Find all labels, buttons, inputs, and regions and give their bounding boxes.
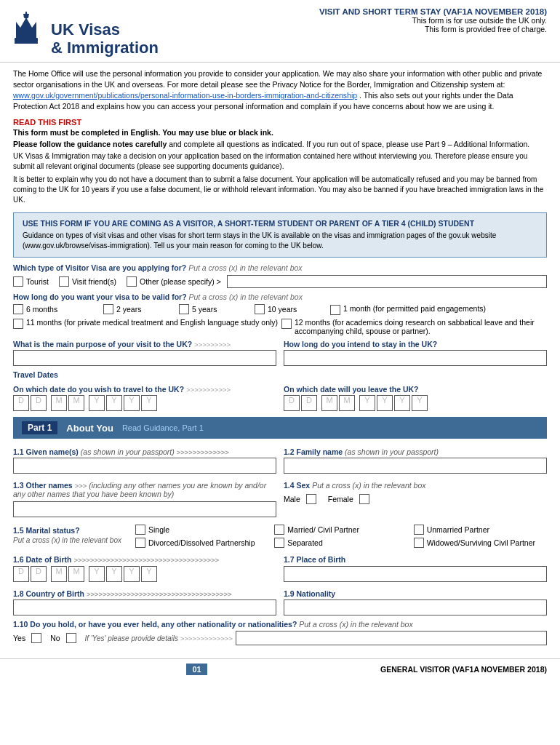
- leave-y3[interactable]: Y: [394, 395, 410, 411]
- f1-row2: 1.3 Other names >>> (including any other…: [13, 477, 547, 517]
- page-number: 01: [186, 664, 207, 675]
- f1-8-label: 1.8 Country of Birth >>>>>>>>>>>>>>>>>>>…: [13, 589, 276, 598]
- 10years-option[interactable]: 10 years: [255, 304, 327, 314]
- divorced-checkbox[interactable]: [135, 538, 145, 548]
- single-checkbox[interactable]: [135, 525, 145, 535]
- widowed-option[interactable]: Widowed/Surviving Civil Partner: [414, 538, 547, 548]
- yes-option[interactable]: Yes: [13, 633, 41, 643]
- travel-y4[interactable]: Y: [141, 395, 157, 411]
- visit-friends-option[interactable]: Visit friend(s): [59, 276, 116, 287]
- f1-3-input[interactable]: [13, 501, 276, 517]
- tourist-option[interactable]: Tourist: [13, 276, 49, 287]
- separated-checkbox[interactable]: [274, 538, 284, 548]
- other-checkbox[interactable]: [127, 276, 137, 287]
- male-option[interactable]: Male: [284, 494, 316, 504]
- widowed-checkbox[interactable]: [414, 538, 424, 548]
- dob-input: D D M M Y Y Y Y: [13, 566, 276, 582]
- unmarried-checkbox[interactable]: [414, 525, 424, 535]
- 6months-label: 6 months: [26, 305, 57, 314]
- male-checkbox[interactable]: [306, 494, 316, 504]
- travel-m1[interactable]: M: [51, 395, 67, 411]
- divorced-label: Divorced/Dissolved Partnership: [148, 538, 255, 547]
- f1-5-section: 1.5 Marital status? Put a cross (x) in t…: [13, 522, 547, 548]
- visitor-visa-options: Tourist Visit friend(s) Other (please sp…: [13, 275, 547, 288]
- page-footer: 01 GENERAL VISITOR (VAF1A NOVEMBER 2018): [0, 658, 560, 680]
- 6months-checkbox[interactable]: [13, 304, 23, 314]
- f1-9-input[interactable]: [284, 599, 547, 615]
- how-long-section: How long do you intend to stay in the UK…: [284, 340, 547, 366]
- dob-m1[interactable]: M: [51, 566, 67, 582]
- f1-10-section: 1.10 Do you hold, or have you ever held,…: [13, 620, 547, 645]
- if-yes-input[interactable]: [236, 631, 547, 645]
- dob-y1[interactable]: Y: [89, 566, 105, 582]
- intro-para3: It is better to explain why you do not h…: [13, 175, 547, 205]
- married-checkbox[interactable]: [274, 525, 284, 535]
- no-checkbox[interactable]: [66, 633, 76, 643]
- dob-d1[interactable]: D: [13, 566, 29, 582]
- 5years-option[interactable]: 5 years: [179, 304, 252, 314]
- header-subtitle1: This form is for use outside the UK only…: [319, 16, 547, 25]
- f1-2-input[interactable]: [284, 458, 547, 474]
- part-title: About You: [66, 423, 113, 434]
- dob-y4[interactable]: Y: [141, 566, 157, 582]
- 11months-option[interactable]: 11 months (for private medical treatment…: [13, 318, 279, 329]
- 5years-checkbox[interactable]: [179, 304, 189, 314]
- other-option[interactable]: Other (please specify) >: [127, 275, 547, 288]
- female-option[interactable]: Female: [328, 494, 369, 504]
- read-first-label: READ THIS FIRST: [13, 118, 547, 127]
- leave-date-section: On which date will you leave the UK? D D…: [284, 381, 547, 411]
- travel-y3[interactable]: Y: [124, 395, 140, 411]
- travel-y1[interactable]: Y: [89, 395, 105, 411]
- intro-paragraph: The Home Office will use the personal in…: [13, 68, 547, 113]
- f1-1-input[interactable]: [13, 458, 276, 474]
- 1month-option[interactable]: 1 month (for permitted paid engagements): [330, 304, 547, 315]
- leave-d2[interactable]: D: [301, 395, 317, 411]
- 12months-checkbox[interactable]: [281, 319, 292, 329]
- 1month-checkbox[interactable]: [330, 305, 340, 315]
- unmarried-option[interactable]: Unmarried Partner: [414, 525, 547, 535]
- dob-m2[interactable]: M: [68, 566, 84, 582]
- leave-y2[interactable]: Y: [377, 395, 393, 411]
- leave-date-input: D D M M Y Y Y Y: [284, 395, 547, 411]
- female-checkbox[interactable]: [359, 494, 369, 504]
- travel-dates-title: Travel Dates: [13, 370, 547, 379]
- leave-y1[interactable]: Y: [359, 395, 375, 411]
- 12months-option[interactable]: 12 months (for academics doing research …: [281, 318, 547, 335]
- other-specify-input[interactable]: [227, 275, 547, 288]
- yes-checkbox[interactable]: [31, 633, 41, 643]
- part-guidance[interactable]: Read Guidance, Part 1: [122, 423, 204, 432]
- divorced-option[interactable]: Divorced/Dissolved Partnership: [135, 538, 268, 548]
- travel-d1[interactable]: D: [13, 395, 29, 411]
- 11months-checkbox[interactable]: [13, 319, 23, 329]
- travel-y2[interactable]: Y: [106, 395, 122, 411]
- leave-m1[interactable]: M: [321, 395, 337, 411]
- travel-m2[interactable]: M: [68, 395, 84, 411]
- travel-date-section: On which date do you wish to travel to t…: [13, 381, 276, 411]
- separated-option[interactable]: Separated: [274, 538, 407, 548]
- dob-y2[interactable]: Y: [106, 566, 122, 582]
- crown-logo: [9, 7, 44, 57]
- form-title: VISIT AND SHORT TERM STAY (VAF1A NOVEMBE…: [319, 7, 547, 16]
- 2years-option[interactable]: 2 years: [103, 304, 176, 314]
- 6months-option[interactable]: 6 months: [13, 304, 100, 314]
- female-label: Female: [328, 495, 353, 503]
- travel-d2[interactable]: D: [31, 395, 47, 411]
- single-option[interactable]: Single: [135, 525, 268, 535]
- privacy-link[interactable]: www.gov.uk/government/publications/perso…: [13, 91, 357, 100]
- tourist-checkbox[interactable]: [13, 276, 23, 287]
- leave-y4[interactable]: Y: [412, 395, 428, 411]
- how-long-input[interactable]: [284, 350, 547, 366]
- f1-8-input[interactable]: [13, 599, 276, 615]
- no-option[interactable]: No: [50, 633, 76, 643]
- 2years-checkbox[interactable]: [103, 304, 113, 314]
- 10years-checkbox[interactable]: [255, 304, 265, 314]
- leave-d1[interactable]: D: [284, 395, 300, 411]
- main-purpose-input[interactable]: [13, 350, 276, 366]
- f1-7-input[interactable]: [284, 566, 547, 582]
- visit-friends-checkbox[interactable]: [59, 276, 69, 287]
- dob-d2[interactable]: D: [31, 566, 47, 582]
- married-option[interactable]: Married/ Civil Partner: [274, 525, 407, 535]
- travel-date-input: D D M M Y Y Y Y: [13, 395, 276, 411]
- dob-y3[interactable]: Y: [124, 566, 140, 582]
- leave-m2[interactable]: M: [339, 395, 355, 411]
